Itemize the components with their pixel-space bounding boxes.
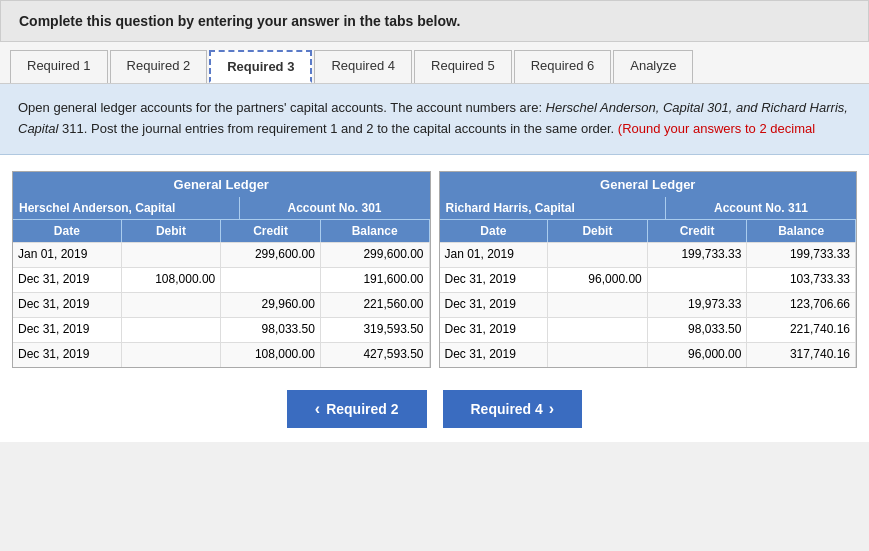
ledger-left-account-no: Account No. 301 [239,197,430,219]
ledger-left-col-balance: Balance [321,220,430,242]
ledger-left-header: Date Debit Credit Balance [13,219,430,242]
ledger-right-col-debit: Debit [548,220,648,242]
credit-cell: 19,973.33 [648,293,748,317]
date-cell: Dec 31, 2019 [13,268,122,292]
credit-cell: 98,033.50 [648,318,748,342]
date-cell: Dec 31, 2019 [440,343,549,367]
debit-cell [548,343,648,367]
debit-cell [122,243,222,267]
ledger-right-col-credit: Credit [648,220,748,242]
balance-cell: 191,600.00 [321,268,430,292]
credit-cell: 29,960.00 [221,293,321,317]
ledger-left-col-date: Date [13,220,122,242]
credit-cell [221,268,321,292]
debit-cell [548,293,648,317]
balance-cell: 103,733.33 [747,268,856,292]
nav-buttons: Required 2 Required 4 [0,380,869,442]
debit-cell [122,343,222,367]
table-row: Jan 01, 2019 199,733.33 199,733.33 [440,242,857,267]
page-wrapper: Complete this question by entering your … [0,0,869,442]
description-area: Open general ledger accounts for the par… [0,84,869,155]
tab-required2[interactable]: Required 2 [110,50,208,83]
ledger-right-header: Date Debit Credit Balance [440,219,857,242]
balance-cell: 317,740.16 [747,343,856,367]
debit-cell [548,243,648,267]
ledger-right-rows: Jan 01, 2019 199,733.33 199,733.33 Dec 3… [440,242,857,367]
date-cell: Dec 31, 2019 [13,318,122,342]
date-cell: Dec 31, 2019 [440,318,549,342]
credit-cell: 299,600.00 [221,243,321,267]
balance-cell: 221,560.00 [321,293,430,317]
ledger-right-name: Richard Harris, Capital [440,197,666,219]
table-row: Dec 31, 2019 96,000.00 317,740.16 [440,342,857,367]
credit-cell [648,268,748,292]
tables-section: General Ledger Herschel Anderson, Capita… [0,155,869,380]
tab-required4[interactable]: Required 4 [314,50,412,83]
debit-cell: 108,000.00 [122,268,222,292]
date-cell: Dec 31, 2019 [13,343,122,367]
ledger-right: General Ledger Richard Harris, Capital A… [439,171,858,368]
ledger-right-col-balance: Balance [747,220,856,242]
tab-required1[interactable]: Required 1 [10,50,108,83]
table-row: Dec 31, 2019 98,033.50 319,593.50 [13,317,430,342]
ledger-left-title: General Ledger [13,172,430,197]
ledger-left-name: Herschel Anderson, Capital [13,197,239,219]
tab-required3[interactable]: Required 3 [209,50,312,83]
tab-analyze[interactable]: Analyze [613,50,693,83]
table-row: Dec 31, 2019 108,000.00 427,593.50 [13,342,430,367]
ledger-left-subtitle-row: Herschel Anderson, Capital Account No. 3… [13,197,430,219]
debit-cell: 96,000.00 [548,268,648,292]
description-red: (Round your answers to 2 decimal [618,121,815,136]
balance-cell: 199,733.33 [747,243,856,267]
balance-cell: 427,593.50 [321,343,430,367]
credit-cell: 96,000.00 [648,343,748,367]
credit-cell: 98,033.50 [221,318,321,342]
date-cell: Dec 31, 2019 [440,268,549,292]
table-row: Dec 31, 2019 29,960.00 221,560.00 [13,292,430,317]
date-cell: Dec 31, 2019 [13,293,122,317]
next-button[interactable]: Required 4 [443,390,583,428]
date-cell: Dec 31, 2019 [440,293,549,317]
next-button-label: Required 4 [471,401,543,417]
balance-cell: 123,706.66 [747,293,856,317]
ledger-right-subtitle-row: Richard Harris, Capital Account No. 311 [440,197,857,219]
balance-cell: 299,600.00 [321,243,430,267]
ledger-right-col-date: Date [440,220,549,242]
table-row: Dec 31, 2019 98,033.50 221,740.16 [440,317,857,342]
credit-cell: 199,733.33 [648,243,748,267]
debit-cell [122,318,222,342]
description-text-2: 311. Post the journal entries from requi… [62,121,618,136]
table-row: Dec 31, 2019 96,000.00 103,733.33 [440,267,857,292]
prev-button[interactable]: Required 2 [287,390,427,428]
balance-cell: 221,740.16 [747,318,856,342]
tab-required5[interactable]: Required 5 [414,50,512,83]
debit-cell [122,293,222,317]
date-cell: Jan 01, 2019 [13,243,122,267]
instruction-bar: Complete this question by entering your … [0,0,869,42]
ledger-right-title: General Ledger [440,172,857,197]
date-cell: Jan 01, 2019 [440,243,549,267]
table-row: Dec 31, 2019 108,000.00 191,600.00 [13,267,430,292]
tabs-container: Required 1 Required 2 Required 3 Require… [0,42,869,84]
table-row: Jan 01, 2019 299,600.00 299,600.00 [13,242,430,267]
instruction-text: Complete this question by entering your … [19,13,460,29]
ledger-left-col-debit: Debit [122,220,222,242]
tab-required6[interactable]: Required 6 [514,50,612,83]
ledger-right-account-no: Account No. 311 [665,197,856,219]
prev-button-label: Required 2 [326,401,398,417]
table-row: Dec 31, 2019 19,973.33 123,706.66 [440,292,857,317]
balance-cell: 319,593.50 [321,318,430,342]
credit-cell: 108,000.00 [221,343,321,367]
ledger-left-col-credit: Credit [221,220,321,242]
debit-cell [548,318,648,342]
ledger-left: General Ledger Herschel Anderson, Capita… [12,171,431,368]
ledger-left-rows: Jan 01, 2019 299,600.00 299,600.00 Dec 3… [13,242,430,367]
description-text-1: Open general ledger accounts for the par… [18,100,546,115]
